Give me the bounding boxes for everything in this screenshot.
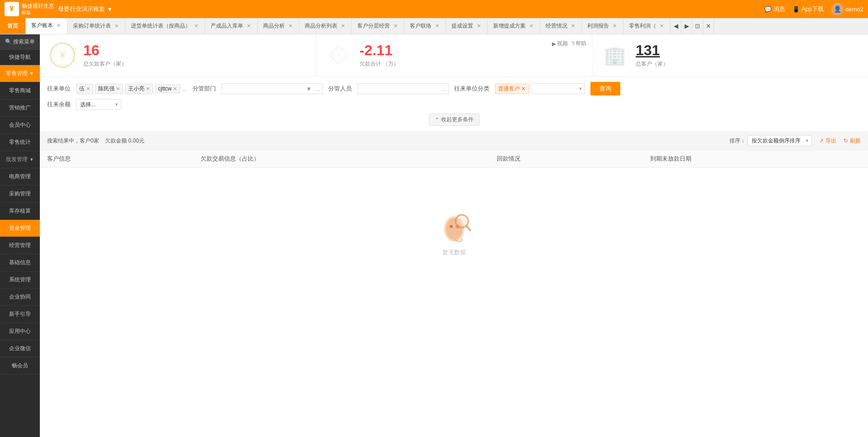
tab-nav-prev[interactable]: ◀ <box>671 18 681 34</box>
category-select-wrap[interactable] <box>531 83 585 94</box>
video-btn[interactable]: ▶ 视频 <box>552 40 568 48</box>
stat-card-total-customers: 🏢 131 总客户（家） <box>592 34 868 76</box>
tab-bar: 首页 客户账本 ✕ 采购订单统计表 ✕ 进货单统计表（按商品） ✕ 产成品入库单… <box>0 18 868 34</box>
tab-close-13[interactable]: ✕ <box>659 23 665 29</box>
sidebar-item-wholesale[interactable]: 批发管理 ▼ <box>0 151 40 168</box>
table-header-row: 客户信息 欠款交易信息（占比） 回款情况 到期未放款日期 <box>40 150 868 168</box>
sidebar-item-basic-info[interactable]: 基础信息 <box>0 254 40 271</box>
sidebar-item-retail-mall[interactable]: 零售商城 <box>0 82 40 100</box>
balance-select-wrap[interactable]: 选择... <box>76 99 121 110</box>
col-overdue: 到期未放款日期 <box>643 150 868 168</box>
dept-dots[interactable]: ... <box>314 86 322 92</box>
sidebar-item-system[interactable]: 系统管理 <box>0 271 40 289</box>
tag-close-wang[interactable]: ✕ <box>146 86 150 92</box>
category-select[interactable] <box>531 83 585 94</box>
data-table: 客户信息 欠款交易信息（占比） 回款情况 到期未放款日期 <box>40 150 868 168</box>
tab-nav-next[interactable]: ▶ <box>681 18 692 34</box>
tab-product-analysis-list[interactable]: 商品分析列表 ✕ <box>299 18 352 34</box>
tab-close-1[interactable]: ✕ <box>56 23 62 28</box>
sidebar-item-marketing[interactable]: 营销推广 <box>0 100 40 117</box>
tab-product-analysis[interactable]: 商品分析 ✕ <box>258 18 299 34</box>
user-avatar[interactable]: 👤 demo2 <box>831 3 863 15</box>
person-input-wrap: ... <box>357 83 449 94</box>
tab-operations[interactable]: 经营情况 ✕ <box>540 18 582 34</box>
sidebar-search[interactable]: 🔍 搜索菜单 <box>0 34 40 50</box>
tag-close-chen[interactable]: ✕ <box>116 86 120 92</box>
tab-customer-cost[interactable]: 客户账本 ✕ <box>26 18 67 34</box>
sidebar-item-inventory[interactable]: 库存核算 <box>0 203 40 220</box>
tab-customer-tier[interactable]: 客户分层经营 ✕ <box>352 18 404 34</box>
export-icon: ↗ <box>819 138 824 144</box>
category-tag-close[interactable]: ✕ <box>521 86 526 92</box>
tab-purchase-order-stats[interactable]: 采购订单统计表 ✕ <box>67 18 125 34</box>
stat-icon-3: 🏢 <box>601 42 628 69</box>
tab-close-3[interactable]: ✕ <box>193 23 199 29</box>
store-selector[interactable]: 母婴行业演示账套 ▼ <box>58 5 113 13</box>
sidebar-item-app-center[interactable]: 应用中心 <box>0 323 40 340</box>
sidebar-item-new-guide[interactable]: 新手引导 <box>0 306 40 323</box>
dept-input[interactable] <box>222 84 304 94</box>
dept-input-wrap: ▼ ... <box>221 83 323 94</box>
logo-icon: ¥ <box>5 2 19 16</box>
sidebar-item-enterprise-collab[interactable]: 企业协同 <box>0 289 40 306</box>
video-icon: ▶ <box>552 41 556 47</box>
message-btn[interactable]: 💬 消息 <box>764 5 785 13</box>
tab-close-12[interactable]: ✕ <box>612 23 618 29</box>
tab-close-10[interactable]: ✕ <box>528 23 534 29</box>
tag-close-cjttcw[interactable]: ✕ <box>173 86 177 92</box>
query-button[interactable]: 查询 <box>590 82 620 95</box>
refresh-icon: ↻ <box>844 138 848 144</box>
balance-label: 往来余额 <box>47 100 71 109</box>
unit-tag-cjttcw: cjttcw ✕ <box>155 84 180 93</box>
tab-home[interactable]: 首页 <box>0 18 26 34</box>
tab-close-9[interactable]: ✕ <box>476 23 482 29</box>
top-header: ¥ 畅捷通好生意 标版 母婴行业演示账套 ▼ 💬 消息 📱 App下载 👤 de… <box>0 0 868 18</box>
tab-profit-report[interactable]: 利润报告 ✕ <box>582 18 623 34</box>
export-btn[interactable]: ↗ 导出 <box>819 137 836 145</box>
tab-retail-profit[interactable]: 零售利润（ ✕ <box>623 18 671 34</box>
tab-close-4[interactable]: ✕ <box>246 23 252 29</box>
collapse-button[interactable]: ⌃ 收起更多条件 <box>429 114 480 126</box>
sidebar-item-finance[interactable]: 资金管理 <box>0 220 40 237</box>
stat-info-3: 131 总客户（家） <box>636 43 859 68</box>
dept-label: 分管部门 <box>192 85 216 93</box>
sidebar-item-retail[interactable]: 零售管理 ▼ <box>0 65 40 82</box>
sidebar-item-ecommerce[interactable]: 电商管理 <box>0 168 40 185</box>
tab-raise-settings[interactable]: 提成设置 ✕ <box>446 18 488 34</box>
sort-select[interactable]: 按欠款金额倒序排序 <box>748 135 812 146</box>
tab-close-8[interactable]: ✕ <box>434 23 440 29</box>
tab-customer-contact[interactable]: 客户联络 ✕ <box>404 18 446 34</box>
app-download-btn[interactable]: 📱 App下载 <box>792 5 824 13</box>
tab-close-7[interactable]: ✕ <box>393 23 398 29</box>
tag-close-wu[interactable]: ✕ <box>86 86 90 92</box>
sidebar-wholesale-arrow-icon: ▼ <box>29 157 34 162</box>
sort-select-outer[interactable]: 按欠款金额倒序排序 <box>748 135 812 146</box>
tab-nav-restore[interactable]: ⊡ <box>692 18 703 34</box>
tab-close-5[interactable]: ✕ <box>288 23 293 29</box>
person-dots[interactable]: ... <box>440 86 449 92</box>
refresh-btn[interactable]: ↻ 刷新 <box>844 137 861 145</box>
tab-close-6[interactable]: ✕ <box>340 23 346 29</box>
filter-more-btn[interactable]: ... <box>182 86 187 92</box>
sidebar-quick-nav[interactable]: 快捷导航 <box>0 50 40 65</box>
help-btn[interactable]: ? 帮助 <box>571 40 586 48</box>
tab-close-2[interactable]: ✕ <box>114 23 120 29</box>
sidebar-arrow-icon: ▼ <box>29 71 34 76</box>
tab-new-raise-plan[interactable]: 新增提成方案 ✕ <box>488 18 540 34</box>
sidebar-item-member-plus[interactable]: 畅会员 <box>0 357 40 375</box>
sidebar-item-purchase[interactable]: 采购管理 <box>0 185 40 203</box>
sidebar-item-retail-stats[interactable]: 零售统计 <box>0 134 40 151</box>
unit-tag-chen: 陈民强 ✕ <box>95 84 123 94</box>
person-input[interactable] <box>358 84 440 94</box>
balance-select[interactable]: 选择... <box>76 99 121 110</box>
coin-circle-icon: ¥ <box>50 43 75 68</box>
sort-select-wrap: 排序： 按欠款金额倒序排序 <box>729 135 812 146</box>
tab-product-inbound[interactable]: 产成品入库单 ✕ <box>205 18 258 34</box>
stat-icon-1: ¥ <box>49 42 76 69</box>
sidebar-item-operations[interactable]: 经营管理 <box>0 237 40 254</box>
sidebar-item-enterprise-wechat[interactable]: 企业微信 <box>0 340 40 357</box>
tab-inbound-stats[interactable]: 进货单统计表（按商品） ✕ <box>125 18 205 34</box>
tab-nav-close-all[interactable]: ✕ <box>703 18 714 34</box>
tab-close-11[interactable]: ✕ <box>570 23 576 29</box>
sidebar-item-member[interactable]: 会员中心 <box>0 117 40 134</box>
